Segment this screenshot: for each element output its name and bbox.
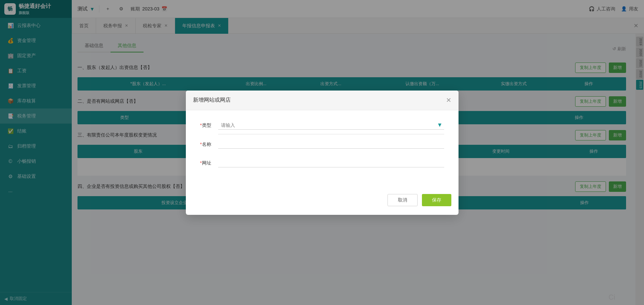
modal-add-website: 新增网站或网店 ✕ *类型 ▼ *名称 (186, 91, 459, 215)
cancel-button[interactable]: 取消 (387, 194, 418, 206)
form-row-name: *名称 (200, 140, 444, 149)
url-input[interactable] (218, 159, 444, 167)
type-dropdown-icon[interactable]: ▼ (437, 122, 444, 128)
save-button[interactable]: 保存 (422, 194, 451, 206)
modal-header: 新增网站或网店 ✕ (186, 91, 459, 110)
type-divider (218, 134, 444, 134)
form-row-url: *网址 (200, 159, 444, 167)
url-label: *网址 (200, 160, 218, 166)
modal-body: *类型 ▼ *名称 *网址 (186, 110, 459, 188)
form-row-type: *类型 ▼ (200, 121, 444, 130)
name-input[interactable] (218, 140, 444, 149)
modal-footer: 取消 保存 (186, 188, 459, 215)
name-label: *名称 (200, 141, 218, 148)
type-input[interactable] (218, 121, 437, 129)
type-label: *类型 (200, 122, 218, 129)
modal-close-btn[interactable]: ✕ (446, 96, 451, 104)
modal-overlay: 新增网站或网店 ✕ *类型 ▼ *名称 (0, 0, 644, 305)
modal-title: 新增网站或网店 (193, 97, 231, 103)
type-select-wrapper: ▼ (218, 121, 444, 130)
